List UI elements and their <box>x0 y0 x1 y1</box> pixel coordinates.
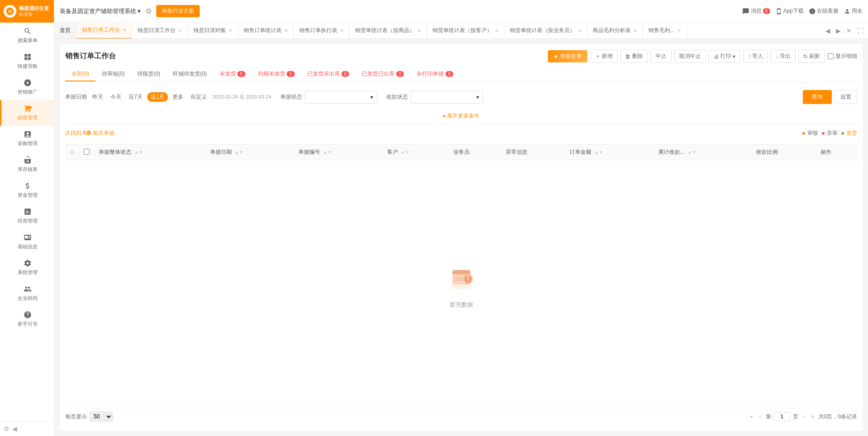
print-btn[interactable]: 🖨 打印 ▾ <box>709 50 740 63</box>
sidebar-item-guide[interactable]: 新手引导 <box>0 306 54 332</box>
sidebar-item-purchase[interactable]: 采购管理 <box>0 126 54 152</box>
tab-sales-workbench-close[interactable]: ✕ <box>123 28 126 33</box>
tab-cash-reconcile-close[interactable]: ✕ <box>229 28 232 33</box>
sidebar-item-enterprise[interactable]: 企业协同 <box>0 280 54 306</box>
sidebar-item-inventory[interactable]: 库存核算 <box>0 152 54 177</box>
tab-sales-stat-close[interactable]: ✕ <box>284 28 288 33</box>
sidebar-item-finance[interactable]: 资金管理 <box>0 177 54 203</box>
date-opt-custom[interactable]: 自定义 <box>188 92 210 102</box>
industry-btn[interactable]: 体验行业方案 <box>156 5 200 17</box>
tab-close-all-btn[interactable]: ✕ <box>844 26 854 35</box>
tab-home[interactable]: 首页 <box>54 23 77 39</box>
page-next-btn[interactable]: › <box>801 412 806 421</box>
date-opt-today[interactable]: 今天 <box>108 92 124 102</box>
page-prev-btn[interactable]: ‹ <box>758 412 763 421</box>
status-tab-pending-pick[interactable]: 待拣货(0) <box>131 67 167 81</box>
status-tab-pending-review[interactable]: 待审核(0) <box>96 67 131 81</box>
status-tab-shipped-not-out[interactable]: 已发货未出库 0 <box>301 67 356 81</box>
col-settings[interactable]: ⚙ <box>65 145 79 160</box>
status-tab-all[interactable]: 全部(0) <box>65 67 96 81</box>
import-btn[interactable]: ↑ 导入 <box>743 50 768 63</box>
sort-status-icon[interactable]: ▲▼ <box>134 150 143 155</box>
tab-sales-exec[interactable]: 销售订单执行表 ✕ <box>294 23 350 39</box>
header-settings-icon[interactable]: ⚙ <box>145 7 152 15</box>
query-btn[interactable]: 查询 <box>803 90 832 104</box>
show-detail-checkbox-group[interactable]: 显示明细 <box>828 52 857 60</box>
expand-btn[interactable]: ▾ 展开更多条件 <box>443 112 480 120</box>
action-review[interactable]: 审核 <box>802 129 818 137</box>
status-tab-overdue[interactable]: 到期未发货 0 <box>252 67 301 81</box>
top-header: 装备及固定资产辅助管理系统 ▾ ⚙ 体验行业方案 消息 6 App下载 在线客服… <box>54 0 868 23</box>
date-opt-1month[interactable]: 近1月 <box>147 92 168 102</box>
tab-expand-btn[interactable]: ⛶ <box>855 26 865 35</box>
page-input[interactable]: 1 <box>774 412 790 421</box>
status-tab-not-shipped[interactable]: 未发货 0 <box>213 67 252 81</box>
message-btn[interactable]: 消息 6 <box>742 7 770 15</box>
status-select[interactable]: ▾ <box>305 91 377 104</box>
tab-prev-btn[interactable]: ◀ <box>824 26 832 35</box>
sidebar-item-quick-nav[interactable]: 快捷导航 <box>0 48 54 74</box>
page-last-btn[interactable]: » <box>809 412 816 421</box>
date-opt-yesterday[interactable]: 昨天 <box>90 92 106 102</box>
sidebar-item-basic[interactable]: 基础信息 <box>0 229 54 255</box>
tab-sales-more-close[interactable]: ✕ <box>677 28 681 33</box>
delete-btn[interactable]: 🗑 删除 <box>620 50 648 63</box>
col-checkbox[interactable] <box>79 145 94 160</box>
cancel-stop-btn[interactable]: 取消中止 <box>674 50 706 63</box>
per-page-select[interactable]: 50 10 20 100 <box>90 412 113 422</box>
online-service-btn[interactable]: 在线客服 <box>809 7 839 15</box>
action-unreviewed[interactable]: 弃审 <box>822 129 838 137</box>
sidebar-item-operations[interactable]: 经营管理 <box>0 203 54 229</box>
tab-sales-summary-product[interactable]: 销货单统计表（按商品） ✕ <box>350 23 427 39</box>
page-first-btn[interactable]: « <box>748 412 755 421</box>
date-opt-7days[interactable]: 近7天 <box>126 92 145 102</box>
message-label: 消息 <box>751 7 762 15</box>
tab-sales-workbench[interactable]: 销售订单工作台 ✕ <box>77 23 132 39</box>
col-staff: 业务员 <box>449 145 501 160</box>
system-title-dropdown[interactable]: 装备及固定资产辅助管理系统 ▾ <box>60 7 141 15</box>
sort-customer-icon[interactable]: ▲▼ <box>401 150 410 155</box>
status-select-arrow: ▾ <box>370 94 373 100</box>
date-opt-more[interactable]: 更多 <box>170 92 186 102</box>
tab-sales-summary-customer[interactable]: 销货单统计表（按客户） ✕ <box>427 23 504 39</box>
tab-sales-summary-product-close[interactable]: ✕ <box>417 28 421 33</box>
sidebar-item-sales[interactable]: 销售管理 <box>0 100 54 126</box>
tab-sales-summary-customer-close[interactable]: ✕ <box>495 28 499 33</box>
status-tab-shipped-out[interactable]: 已发货已出库 0 <box>355 67 410 81</box>
tab-product-margin-close[interactable]: ✕ <box>633 28 637 33</box>
status-tab-wangpu[interactable]: 旺铺待发货(0) <box>167 67 213 81</box>
action-ship[interactable]: 发货 <box>841 129 857 137</box>
tab-sales-summary-staff-close[interactable]: ✕ <box>578 28 581 33</box>
select-all-checkbox[interactable] <box>84 149 90 155</box>
payment-select[interactable]: ▾ <box>411 91 483 104</box>
stop-btn[interactable]: 中止 <box>651 50 671 63</box>
refresh-btn[interactable]: ↻ 刷新 <box>798 50 825 63</box>
export-btn[interactable]: ↓ 导出 <box>771 50 796 63</box>
tab-cash-reconcile[interactable]: 钱货日清对账 ✕ <box>188 23 238 39</box>
sort-number-icon[interactable]: ▲▼ <box>323 150 332 155</box>
tab-product-margin[interactable]: 商品毛利分析表 ✕ <box>587 23 643 39</box>
tab-cash-daily[interactable]: 钱货日清工作台 ✕ <box>132 23 188 39</box>
app-download-btn[interactable]: App下载 <box>776 7 804 15</box>
user-btn[interactable]: 用友 <box>844 7 863 15</box>
add-btn[interactable]: ＋ 新增 <box>590 50 618 63</box>
col-date: 单据日期 ▲▼ <box>206 145 294 160</box>
show-detail-checkbox[interactable] <box>828 53 834 59</box>
tab-sales-summary-staff[interactable]: 销货单统计表（按业务员） ✕ <box>504 23 587 39</box>
settings-bottom-icon[interactable]: ⚙ <box>4 425 10 432</box>
tab-next-btn[interactable]: ▶ <box>834 26 843 35</box>
sort-date-icon[interactable]: ▲▼ <box>235 150 244 155</box>
sort-amount-icon[interactable]: ▲▼ <box>595 150 604 155</box>
tab-sales-more[interactable]: 销售毛利... ✕ <box>643 23 687 39</box>
tab-sales-exec-close[interactable]: ✕ <box>340 28 344 33</box>
sort-received-icon[interactable]: ▲▼ <box>687 150 696 155</box>
tab-cash-daily-close[interactable]: ✕ <box>178 28 182 33</box>
sidebar-item-search[interactable]: 搜索菜单 <box>0 23 54 48</box>
tab-sales-stat[interactable]: 销售订单统计表 ✕ <box>238 23 294 39</box>
status-tab-not-printed[interactable]: 未打印单据 0 <box>410 67 460 81</box>
sidebar-item-system[interactable]: 系统管理 <box>0 255 54 280</box>
collapse-icon[interactable]: ◀ <box>12 425 17 432</box>
set-btn[interactable]: 设置 <box>834 90 857 104</box>
sidebar-item-marketing[interactable]: 营销推广 <box>0 74 54 100</box>
ai-btn[interactable]: ★ 智能生单 <box>548 50 587 62</box>
